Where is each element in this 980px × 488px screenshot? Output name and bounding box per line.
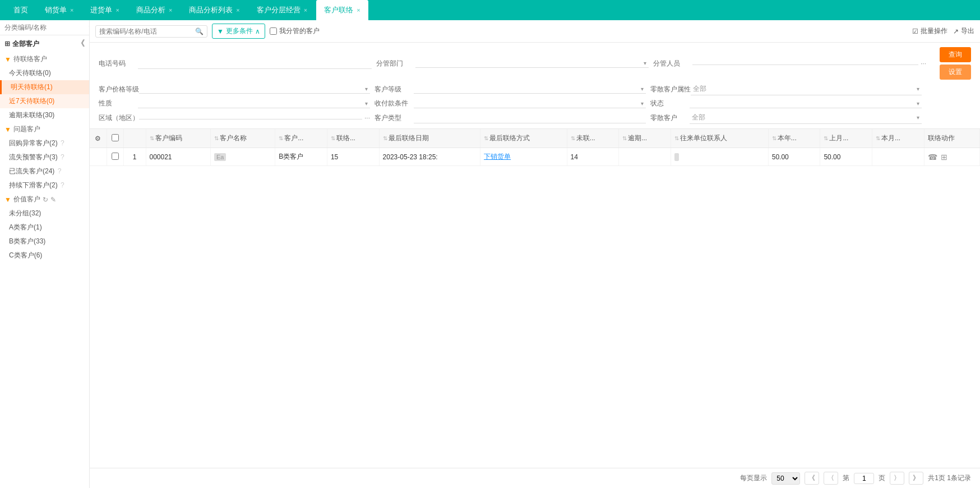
nav-product-analysis-list[interactable]: 商品分析列表 × bbox=[181, 0, 247, 20]
prev-page-button[interactable]: 〈 bbox=[824, 472, 838, 485]
filter-manager-select[interactable] bbox=[692, 62, 918, 65]
filter-payment-terms-select[interactable]: ▾ bbox=[414, 99, 646, 108]
sidebar-item-class-b[interactable]: B类客户(33) bbox=[0, 234, 89, 248]
price-level-chevron-icon: ▾ bbox=[365, 86, 368, 92]
nav-customer-contact[interactable]: 客户联络 × bbox=[316, 0, 368, 20]
close-customer-segmentation-icon[interactable]: × bbox=[304, 7, 307, 13]
sidebar-item-overdue-contact[interactable]: 逾期未联络(30) bbox=[0, 108, 89, 122]
close-product-analysis-icon[interactable]: × bbox=[169, 7, 172, 13]
grid-action-icon[interactable]: ⊞ bbox=[941, 153, 947, 162]
settings-button[interactable]: 设置 bbox=[940, 65, 971, 80]
collapse-icon[interactable]: 《 bbox=[77, 39, 85, 49]
toolbar-search-icon[interactable]: 🔍 bbox=[195, 27, 204, 35]
th-this-year[interactable]: 本年... bbox=[768, 129, 820, 148]
close-sales-order-icon[interactable]: × bbox=[70, 7, 73, 13]
my-customers-checkbox[interactable] bbox=[270, 27, 277, 35]
filter-price-level-select[interactable]: ▾ bbox=[139, 85, 370, 94]
batch-operation-button[interactable]: ☑ 批量操作 bbox=[912, 26, 947, 36]
sidebar-item-declining[interactable]: 持续下滑客户(2) ? bbox=[0, 178, 89, 192]
help-icon-1[interactable]: ? bbox=[61, 139, 64, 147]
th-overdue[interactable]: 逾期... bbox=[619, 129, 671, 148]
td-overdue bbox=[619, 148, 671, 166]
last-method-link[interactable]: 下销货单 bbox=[484, 153, 511, 160]
page-label: 第 bbox=[843, 473, 849, 483]
sidebar-item-churn-warning[interactable]: 流失预警客户(3) ? bbox=[0, 150, 89, 164]
select-all-checkbox[interactable] bbox=[112, 134, 119, 141]
row-checkbox[interactable] bbox=[112, 153, 119, 160]
filter-retail-customer-select[interactable]: 全部 ▾ bbox=[690, 112, 922, 124]
filter-status: 状态 ▾ bbox=[650, 99, 922, 108]
pagination: 每页显示 50 100 200 《 〈 第 页 〉 》 共1页 1条记录 bbox=[90, 468, 980, 488]
td-last-method[interactable]: 下销货单 bbox=[480, 148, 567, 166]
th-settings[interactable]: ⚙ bbox=[90, 129, 107, 148]
th-unit-contacts[interactable]: 往来单位联系人 bbox=[671, 129, 768, 148]
page-suffix: 页 bbox=[879, 473, 885, 483]
nav-home[interactable]: 首页 bbox=[6, 0, 36, 20]
filter-nature-select[interactable]: ▾ bbox=[138, 99, 370, 108]
close-customer-contact-icon[interactable]: × bbox=[357, 7, 360, 13]
td-contacts bbox=[671, 148, 768, 166]
per-page-select[interactable]: 50 100 200 bbox=[771, 472, 800, 485]
page-number-input[interactable] bbox=[854, 473, 874, 484]
close-purchase-order-icon[interactable]: × bbox=[115, 7, 119, 13]
table-header-row: ⚙ 客户编码 客户名称 客户... 联络... 最后联络日期 最后联络方式 未联… bbox=[90, 129, 980, 148]
th-unlinked[interactable]: 未联... bbox=[567, 129, 619, 148]
sidebar-item-repurchase-abnormal[interactable]: 回购异常客户(2) ? bbox=[0, 136, 89, 150]
export-button[interactable]: ↗ 导出 bbox=[953, 26, 974, 36]
sidebar-item-ungrouped[interactable]: 未分组(32) bbox=[0, 206, 89, 220]
th-last-month[interactable]: 上月... bbox=[820, 129, 872, 148]
group-pending-contact[interactable]: ▼ 待联络客户 bbox=[0, 52, 89, 66]
th-last-contact-date[interactable]: 最后联络日期 bbox=[379, 129, 480, 148]
filter-phone-input[interactable] bbox=[138, 58, 372, 69]
region-dots-icon[interactable]: ··· bbox=[364, 114, 370, 122]
next-page-button[interactable]: 〉 bbox=[890, 472, 904, 485]
nav-sales-order[interactable]: 销货单 × bbox=[37, 0, 81, 20]
last-page-button[interactable]: 》 bbox=[909, 472, 923, 485]
filter-row-4: 区域（地区） ··· 客户类型 零散客户 全部 ▾ bbox=[99, 112, 971, 124]
sidebar-item-class-c[interactable]: C类客户(6) bbox=[0, 248, 89, 263]
phone-action-icon[interactable]: ☎ bbox=[928, 153, 937, 162]
th-customer-name[interactable]: 客户名称 bbox=[210, 129, 275, 148]
search-input[interactable] bbox=[99, 27, 195, 35]
th-contact-count[interactable]: 联络... bbox=[327, 129, 379, 148]
query-button[interactable]: 查询 bbox=[940, 47, 971, 62]
sidebar-item-churned[interactable]: 已流失客户(24) ? bbox=[0, 164, 89, 178]
manager-dots-icon[interactable]: ··· bbox=[921, 59, 926, 67]
group-value-customers[interactable]: ▼ 价值客户 ↻ ✎ bbox=[0, 192, 89, 206]
th-last-contact-method[interactable]: 最后联络方式 bbox=[480, 129, 567, 148]
sidebar-item-class-a[interactable]: A类客户(1) bbox=[0, 220, 89, 234]
my-customers-filter[interactable]: 我分管的客户 bbox=[270, 26, 320, 36]
payment-chevron-icon: ▾ bbox=[641, 100, 644, 107]
sidebar-item-today-contact[interactable]: 今天待联络(0) bbox=[0, 66, 89, 80]
all-customers-header[interactable]: ⊞ 全部客户 《 bbox=[0, 35, 89, 52]
filter-retail-attr-select[interactable]: 全部 ▾ bbox=[691, 83, 922, 95]
filter-customer-level-select[interactable]: ▾ bbox=[414, 85, 646, 94]
sidebar-search-input[interactable] bbox=[4, 24, 89, 31]
filter-phone-label: 电话号码 bbox=[99, 59, 138, 68]
nav-product-analysis[interactable]: 商品分析 × bbox=[128, 0, 180, 20]
first-page-button[interactable]: 《 bbox=[805, 472, 819, 485]
filter-department-select[interactable]: ▾ bbox=[415, 59, 649, 68]
customer-name-masked: Ea bbox=[214, 153, 226, 161]
filter-customer-type-input[interactable] bbox=[414, 113, 646, 123]
refresh-icon[interactable]: ↻ bbox=[43, 196, 48, 204]
nav-customer-segmentation[interactable]: 客户分层经营 × bbox=[249, 0, 315, 20]
filter-region-label: 区域（地区） bbox=[99, 113, 139, 123]
th-customer-type[interactable]: 客户... bbox=[275, 129, 327, 148]
filter-status-select[interactable]: ▾ bbox=[690, 99, 922, 108]
help-icon-4[interactable]: ? bbox=[61, 181, 64, 189]
sidebar-item-tomorrow-contact[interactable]: 明天待联络(1) bbox=[0, 80, 89, 94]
edit-icon[interactable]: ✎ bbox=[50, 196, 56, 204]
th-this-month[interactable]: 本月... bbox=[872, 129, 924, 148]
nav-purchase-order[interactable]: 进货单 × bbox=[82, 0, 127, 20]
td-checkbox[interactable] bbox=[107, 148, 123, 166]
group-problem-customers[interactable]: ▼ 问题客户 bbox=[0, 122, 89, 136]
th-checkbox[interactable] bbox=[107, 129, 123, 148]
help-icon-2[interactable]: ? bbox=[61, 153, 64, 161]
sidebar-item-7days-contact[interactable]: 近7天待联络(0) bbox=[0, 94, 89, 108]
th-customer-code[interactable]: 客户编码 bbox=[146, 129, 210, 148]
filter-region-select[interactable] bbox=[139, 117, 362, 119]
help-icon-3[interactable]: ? bbox=[58, 167, 62, 175]
close-product-analysis-list-icon[interactable]: × bbox=[236, 7, 239, 13]
more-filter-button[interactable]: ▼ 更多条件 ∧ bbox=[212, 24, 265, 39]
